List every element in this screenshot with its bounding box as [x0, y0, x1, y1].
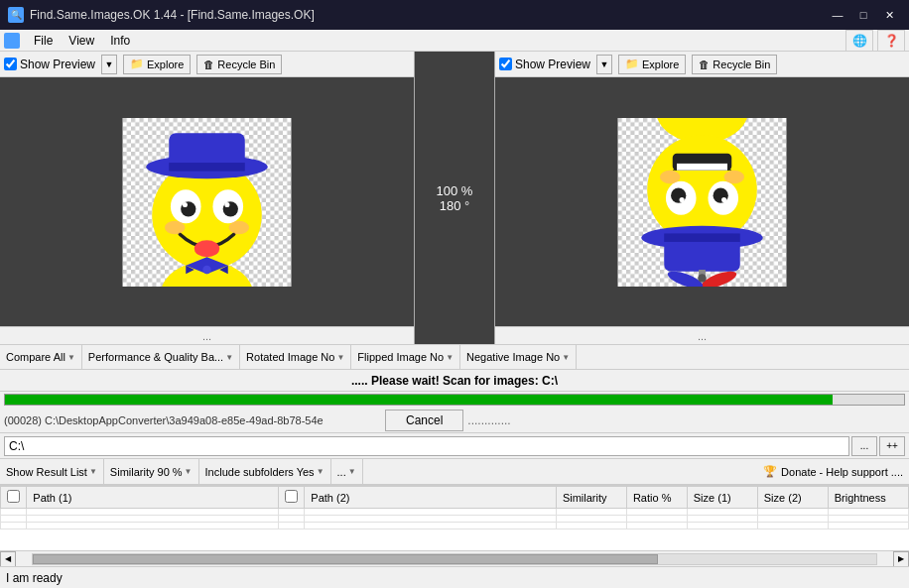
svg-point-15 — [224, 202, 229, 207]
menubar: File View Info 🌐 ❓ — [0, 30, 909, 52]
left-panel-dots: ... — [0, 326, 414, 344]
options-filter[interactable]: ... ▼ — [331, 459, 363, 484]
col-header-similarity: Similarity — [556, 487, 626, 509]
progress-bar-bg — [4, 394, 905, 406]
col-header-size2: Size (2) — [757, 487, 828, 509]
right-smiley-image — [615, 118, 789, 287]
controls-row: Compare All ▼ Performance & Quality Ba..… — [0, 344, 909, 370]
path-add-button[interactable]: ++ — [879, 436, 905, 456]
menu-view[interactable]: View — [61, 32, 102, 50]
main-content: Show Preview ▼ 📁 Explore 🗑 Recycle Bin — [0, 52, 909, 566]
svg-point-20 — [202, 265, 211, 274]
cancel-dots: ............. — [467, 413, 510, 427]
left-recycle-icon: 🗑 — [203, 59, 214, 70]
minimize-button[interactable]: — — [826, 5, 849, 25]
path-row: ... ++ — [0, 433, 909, 459]
right-show-preview-checkbox[interactable]: Show Preview — [499, 58, 590, 71]
right-recycle-label: Recycle Bin — [713, 59, 770, 70]
right-panel-dots: ... — [495, 326, 909, 344]
left-smiley-image — [120, 118, 294, 287]
compare-all-control[interactable]: Compare All ▼ — [0, 345, 82, 369]
statusbar-text: I am ready — [6, 571, 63, 585]
cancel-button[interactable]: Cancel — [385, 410, 463, 431]
negative-label: Negative Image No — [466, 351, 560, 363]
titlebar-title: Find.Same.Images.OK 1.44 - [Find.Same.Im… — [30, 8, 315, 22]
right-panel-toolbar: Show Preview ▼ 📁 Explore 🗑 Recycle Bin — [495, 52, 909, 77]
titlebar-left: 🔍 Find.Same.Images.OK 1.44 - [Find.Same.… — [8, 7, 315, 23]
flipped-label: Flipped Image No — [357, 351, 444, 363]
rotated-control[interactable]: Rotated Image No ▼ — [240, 345, 351, 369]
path-input[interactable] — [4, 436, 849, 456]
negative-control[interactable]: Negative Image No ▼ — [460, 345, 577, 369]
svg-point-16 — [195, 240, 220, 257]
maximize-button[interactable]: □ — [851, 5, 875, 25]
col-header-ratio: Ratio % — [626, 487, 687, 509]
left-recycle-button[interactable]: 🗑 Recycle Bin — [196, 55, 282, 74]
toolbar-btn-2[interactable]: ❓ — [877, 30, 905, 52]
horizontal-scrollbar[interactable]: ◀ ▶ — [0, 550, 909, 566]
similarity-label: Similarity 90 % — [110, 466, 183, 478]
app-icon: 🔍 — [8, 7, 24, 23]
svg-point-21 — [165, 220, 185, 234]
svg-rect-43 — [677, 163, 727, 170]
hscroll-track[interactable] — [32, 553, 877, 565]
menu-info[interactable]: Info — [102, 32, 138, 50]
rotated-arrow: ▼ — [336, 353, 344, 362]
scan-status-bar: ..... Please wait! Scan for images: C:\ — [0, 370, 909, 392]
svg-point-22 — [229, 220, 249, 234]
flipped-arrow: ▼ — [446, 353, 454, 362]
hscroll-right-arrow[interactable]: ▶ — [893, 551, 909, 567]
show-result-list-filter[interactable]: Show Result List ▼ — [0, 459, 104, 484]
toolbar-btn-1[interactable]: 🌐 — [845, 30, 873, 52]
right-image-area — [495, 77, 909, 326]
donate-area: 🏆 Donate - Help support .... — [757, 465, 909, 478]
performance-control[interactable]: Performance & Quality Ba... ▼ — [82, 345, 240, 369]
close-button[interactable]: ✕ — [877, 5, 901, 25]
left-preview-dropdown[interactable]: ▼ — [101, 55, 117, 74]
scan-status-text: ..... Please wait! Scan for images: C:\ — [351, 374, 558, 388]
include-subfolders-label: Include subfolders Yes — [205, 466, 315, 478]
svg-rect-31 — [664, 233, 740, 242]
left-image-area — [0, 77, 414, 326]
negative-arrow: ▼ — [562, 353, 570, 362]
cancel-row: (00028) C:\DesktopAppConverter\3a949a08-… — [0, 408, 909, 433]
hscroll-thumb[interactable] — [33, 554, 658, 564]
titlebar: 🔍 Find.Same.Images.OK 1.44 - [Find.Same.… — [0, 0, 909, 30]
right-recycle-button[interactable]: 🗑 Recycle Bin — [692, 55, 777, 74]
panels-section: Show Preview ▼ 📁 Explore 🗑 Recycle Bin — [0, 52, 909, 344]
progress-bar-fill — [5, 395, 833, 405]
options-arrow: ▼ — [348, 467, 356, 476]
right-preview-check[interactable] — [499, 58, 512, 70]
right-recycle-icon: 🗑 — [699, 59, 710, 70]
left-show-preview-checkbox[interactable]: Show Preview — [4, 58, 95, 71]
path-browse-button[interactable]: ... — [851, 436, 877, 456]
show-result-list-label: Show Result List — [6, 466, 87, 478]
select-all-1-checkbox[interactable] — [7, 490, 20, 503]
left-preview-check[interactable] — [4, 58, 17, 70]
col-header-size1: Size (1) — [687, 487, 757, 509]
right-explore-button[interactable]: 📁 Explore — [618, 55, 686, 74]
table-row — [1, 523, 909, 529]
flipped-control[interactable]: Flipped Image No ▼ — [351, 345, 460, 369]
left-explore-button[interactable]: 📁 Explore — [123, 55, 191, 74]
similarity-arrow: ▼ — [185, 467, 193, 476]
left-recycle-label: Recycle Bin — [217, 59, 275, 70]
left-explore-label: Explore — [147, 59, 184, 70]
left-explore-icon: 📁 — [130, 58, 144, 70]
results-table-container[interactable]: Path (1) Path (2) Similarity Ratio % — [0, 485, 909, 550]
col-header-brightness: Brightness — [828, 487, 908, 509]
results-table: Path (1) Path (2) Similarity Ratio % — [0, 486, 909, 529]
right-preview-dropdown[interactable]: ▼ — [596, 55, 612, 74]
col-header-check2 — [278, 487, 304, 509]
select-all-2-checkbox[interactable] — [285, 490, 298, 503]
left-panel: Show Preview ▼ 📁 Explore 🗑 Recycle Bin — [0, 52, 415, 344]
include-subfolders-filter[interactable]: Include subfolders Yes ▼ — [199, 459, 331, 484]
rotation-angle: 180 ° — [440, 198, 470, 213]
hscroll-left-arrow[interactable]: ◀ — [0, 551, 16, 567]
current-file-text: (00028) C:\DesktopAppConverter\3a949a08-… — [4, 414, 381, 426]
left-show-preview-label: Show Preview — [20, 58, 95, 71]
right-show-preview-label: Show Preview — [515, 58, 590, 71]
similarity-filter[interactable]: Similarity 90 % ▼ — [104, 459, 199, 484]
menu-file[interactable]: File — [26, 32, 61, 50]
zoom-level: 100 % — [437, 183, 473, 198]
